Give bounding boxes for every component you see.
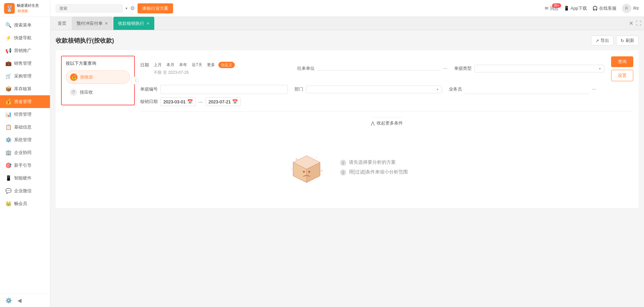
vip-icon: 👑: [5, 201, 11, 207]
top-header: ▾ ⚙ 体验行业方案 ✉ 消息 99+ 📱 App下载 🎧 在线客服 R Rit: [50, 0, 644, 17]
verify-date-start-cal-icon[interactable]: 📅: [187, 99, 193, 104]
collapse-sidebar-icon[interactable]: ◀: [17, 297, 21, 304]
sidebar-label-marketing: 营销推广: [14, 48, 32, 54]
settings-bottom-icon[interactable]: ⚙️: [5, 297, 12, 304]
sidebar-item-sales[interactable]: 💼 销售管理: [0, 57, 50, 70]
header-right: ✉ 消息 99+ 📱 App下载 🎧 在线客服 R Rit: [545, 4, 639, 13]
date-unlimited-row: 不限 至 2023-07-26: [154, 70, 290, 75]
page-actions: ↗ 导出 ↻ 刷新: [591, 36, 639, 46]
sidebar-item-vip[interactable]: 👑 畅会员: [0, 197, 50, 210]
business-group: 业务员 ···: [449, 85, 596, 94]
header-gear-icon[interactable]: ⚙: [130, 5, 135, 11]
sidebar-item-marketing[interactable]: 📢 营销推广: [0, 44, 50, 57]
filter-by-collect[interactable]: 💰 按收款: [66, 70, 130, 84]
svg-point-4: [303, 171, 305, 173]
verify-date-end-input[interactable]: 2023-07-21 📅: [206, 97, 241, 106]
sidebar-label-quick: 快捷导航: [14, 35, 32, 41]
order-no-input[interactable]: [160, 85, 288, 94]
sidebar-nav: 🔍 搜索菜单 ⚡ 快捷导航 📢 营销推广 💼 销售管理 🛒 采购管理 📦 库存核…: [0, 17, 50, 294]
collapse-more-label: 收起更多条件: [377, 120, 403, 126]
sidebar-item-system[interactable]: ⚙️ 系统管理: [0, 134, 50, 146]
sidebar-label-guide: 新手引导: [14, 162, 32, 168]
tab-close-all-button[interactable]: ✕: [629, 20, 633, 27]
app-download-button[interactable]: 📱 App下载: [564, 5, 587, 11]
sidebar-item-operation[interactable]: 📊 经营管理: [0, 108, 50, 121]
empty-step-2: 2 用[过滤]条件来缩小分析范围: [340, 169, 408, 175]
tab-bar-actions: ✕ ⛶: [629, 20, 641, 27]
finance-icon: 💰: [5, 99, 11, 105]
shortcut-7days[interactable]: 近7天: [191, 61, 204, 68]
sidebar-item-purchase[interactable]: 🛒 采购管理: [0, 70, 50, 83]
sidebar-label-system: 系统管理: [14, 137, 32, 143]
refresh-icon: ↻: [621, 38, 624, 43]
sidebar-item-quick[interactable]: ⚡ 快捷导航: [0, 32, 50, 44]
export-icon: ↗: [595, 38, 599, 43]
sidebar-item-inventory[interactable]: 📦 库存核算: [0, 83, 50, 95]
tab-prepay[interactable]: 预付冲应付单 ✕: [72, 17, 113, 30]
step-2-text: 用[过滤]条件来缩小分析范围: [349, 169, 408, 175]
purchase-icon: 🛒: [5, 73, 11, 79]
filter-by-receivable[interactable]: ⏱ 按应收: [66, 86, 130, 99]
sidebar-item-guide[interactable]: 🎯 新手引导: [0, 159, 50, 172]
date-shortcuts: 上月 本月 本年 近7天 更多 自定义: [152, 61, 235, 68]
shortcut-this-year[interactable]: 本年: [178, 61, 189, 68]
search-chevron-icon[interactable]: ▾: [125, 6, 127, 11]
svg-point-7: [296, 158, 298, 160]
tab-home[interactable]: 首页: [53, 17, 71, 30]
avatar: R: [622, 4, 631, 13]
department-select[interactable]: ▾: [306, 86, 442, 93]
empty-illustration: 1 请先选择要分析的方案 2 用[过滤]条件来缩小分析范围: [286, 149, 408, 189]
service-label: 在线客服: [599, 5, 616, 11]
sidebar-collapse-button[interactable]: 《: [131, 76, 139, 85]
tab-prepay-label: 预付冲应付单: [76, 20, 103, 27]
sidebar-label-operation: 经营管理: [14, 111, 32, 117]
step-1-num: 1: [340, 160, 346, 166]
sidebar: 🐰 畅捷通好生意 标准版 🔍 搜索菜单 ⚡ 快捷导航 📢 营销推广 💼 销售管理…: [0, 0, 50, 307]
empty-cube-svg: [286, 149, 327, 189]
content-panel: 按以下方案查询 💰 按收款 ⏱ 按应收 《: [56, 50, 639, 208]
filter-sidebar: 按以下方案查询 💰 按收款 ⏱ 按应收 《: [61, 56, 135, 105]
user-area[interactable]: R Rit: [622, 4, 639, 13]
department-group: 部门 ▾: [294, 86, 442, 93]
sidebar-label-base: 基础信息: [14, 124, 32, 130]
collapse-more-button[interactable]: ⋀ 收起更多条件: [371, 117, 403, 129]
header-search-input[interactable]: [56, 4, 123, 12]
sidebar-item-wechat[interactable]: 💬 企业微信: [0, 185, 50, 197]
sidebar-item-base[interactable]: 📋 基础信息: [0, 121, 50, 134]
sidebar-item-enterprise[interactable]: 🏢 企业协同: [0, 146, 50, 159]
tab-collect-close-icon[interactable]: ✕: [146, 21, 150, 26]
order-type-select[interactable]: ▾: [474, 65, 604, 72]
industry-solution-button[interactable]: 体验行业方案: [138, 3, 173, 13]
counterpart-dots-icon[interactable]: ···: [443, 65, 447, 71]
step-1-text: 请先选择要分析的方案: [349, 159, 396, 165]
shortcut-more[interactable]: 更多: [206, 61, 216, 68]
tab-collect[interactable]: 收款核销执行 ✕: [113, 17, 154, 30]
verify-date-end-cal-icon[interactable]: 📅: [232, 99, 238, 104]
filter-sidebar-title: 按以下方案查询: [66, 60, 130, 66]
shortcut-last-month[interactable]: 上月: [152, 61, 163, 68]
export-button[interactable]: ↗ 导出: [591, 36, 613, 46]
business-dots-icon[interactable]: ···: [592, 86, 596, 92]
tab-expand-button[interactable]: ⛶: [636, 20, 641, 27]
shortcut-custom[interactable]: 自定义: [218, 62, 235, 68]
sidebar-item-finance[interactable]: 💰 资金管理: [0, 95, 50, 108]
empty-text: 1 请先选择要分析的方案 2 用[过滤]条件来缩小分析范围: [340, 159, 408, 179]
message-button[interactable]: ✉ 消息 99+: [545, 5, 558, 11]
tab-home-label: 首页: [58, 20, 66, 27]
shortcut-this-month[interactable]: 本月: [165, 61, 176, 68]
settings-button[interactable]: 设置: [611, 70, 633, 81]
sidebar-label-hardware: 智能硬件: [14, 175, 32, 181]
verify-date-label: 核销日期: [140, 99, 158, 105]
svg-point-8: [316, 157, 317, 158]
order-type-group: 单据类型 ▾: [454, 65, 604, 72]
counterpart-input-area: [317, 67, 440, 70]
tab-prepay-close-icon[interactable]: ✕: [105, 21, 108, 26]
page-title: 收款核销执行(按收款): [56, 37, 114, 45]
sidebar-item-search[interactable]: 🔍 搜索菜单: [0, 19, 50, 32]
online-service-button[interactable]: 🎧 在线客服: [592, 5, 616, 11]
sidebar-item-hardware[interactable]: 📱 智能硬件: [0, 172, 50, 185]
order-no-group: 单据编号: [140, 85, 288, 94]
verify-date-start-input[interactable]: 2023-03-01 📅: [160, 97, 196, 106]
refresh-button[interactable]: ↻ 刷新: [616, 36, 639, 46]
query-button[interactable]: 查询: [611, 56, 633, 67]
